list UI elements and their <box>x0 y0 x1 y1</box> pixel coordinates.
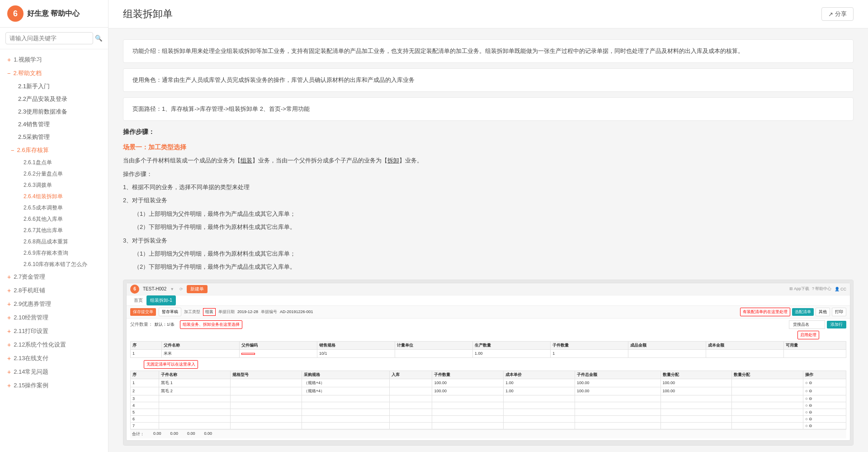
path-text: 页面路径：1、库存核算->库存管理->组装拆卸单 2、首页->常用功能 <box>132 105 310 112</box>
sim-other-btn[interactable]: 其他 <box>816 308 830 316</box>
sidebar-item-2-6-5[interactable]: 2.6.5成本调整单 <box>16 202 108 214</box>
sim-draft-btn[interactable]: 暂存草稿 <box>159 308 181 316</box>
sim-lth-ops: 操作 <box>803 371 846 379</box>
sidebar-item-2-6-8[interactable]: 2.6.8商品成本重算 <box>16 236 108 247</box>
search-box: 🔍 <box>0 28 108 49</box>
sim-print-btn[interactable]: 打印 <box>832 308 846 316</box>
step2-sub1: （1）上部明细为父件明细，最终作为产成品生成其它入库单； <box>134 209 854 219</box>
sim-add-row-btn[interactable]: 添加行 <box>827 321 846 328</box>
sim-lower-row4: 4○ ⊖ <box>131 402 846 409</box>
sidebar-item-2-1[interactable]: 2.1新手入门 <box>11 80 108 93</box>
sim-tab-home[interactable]: 首页 <box>130 295 146 305</box>
sidebar-item-2-6-1[interactable]: 2.6.1盘点单 <box>16 157 108 168</box>
intro-block: 功能介绍：组装拆卸单用来处理企业组装或拆卸等加工业务，支持有固定装配清单的产品加… <box>123 39 854 63</box>
sim-bom-search[interactable]: 货搜品名 <box>789 320 825 329</box>
sidebar-item-2-14[interactable]: + 2.14常见问题 <box>0 365 108 379</box>
sim-no-value: AD-20191226-001 <box>280 309 313 314</box>
sidebar-item-2-3[interactable]: 2.3使用前数据准备 <box>11 105 108 118</box>
sim-annotation3: 启用处理 <box>797 331 819 339</box>
share-button[interactable]: ↗ 分享 <box>821 7 854 21</box>
sim-num-label: 父件数量： <box>130 321 153 328</box>
sidebar-item-2-6[interactable]: − 2.6库存核算 <box>11 143 108 157</box>
sidebar-item-label: 2.13在线支付 <box>14 354 48 362</box>
sidebar-item-2-7[interactable]: + 2.7资金管理 <box>0 270 108 284</box>
sidebar-item-docs[interactable]: − 2.帮助文档 <box>0 67 108 80</box>
step3: 3、对于拆装业务 <box>123 235 854 246</box>
step2-sub2: （2）下部明细为子件明细，最终作为原材料生成其它出库单。 <box>134 222 854 232</box>
step3-sub1: （1）上部明细为父件明细，最终作为原材料生成其它出库单； <box>134 248 854 259</box>
sidebar-item-2-13[interactable]: + 2.13在线支付 <box>0 352 108 365</box>
sidebar-item-label: 2.8手机旺铺 <box>14 286 45 295</box>
search-input[interactable] <box>5 32 93 44</box>
sidebar-item-2-11[interactable]: + 2.11打印设置 <box>0 324 108 338</box>
sidebar-item-2-6-7[interactable]: 2.6.7其他出库单 <box>16 225 108 236</box>
expand-icon: + <box>7 287 11 294</box>
sim-select-bom-btn[interactable]: 选配清单 <box>792 308 814 316</box>
2-6-sub-items: 2.6.1盘点单 2.6.2分量盘点单 2.6.3调拨单 2.6.4组装拆卸单 … <box>11 157 108 270</box>
share-label: 分享 <box>835 10 847 18</box>
sim-logo: 6 <box>130 285 139 294</box>
scene1-heading: 场景一：加工类型选择 <box>123 143 854 152</box>
sim-tab-active[interactable]: 组装拆卸-1 <box>146 295 176 305</box>
steps-heading: 操作步骤： <box>123 128 854 136</box>
sim-save-btn[interactable]: 保存提交单 <box>130 308 156 316</box>
sim-new-order-btn[interactable]: 新建单 <box>187 285 208 293</box>
sidebar-item-2-6-6[interactable]: 2.6.6其他入库单 <box>16 214 108 225</box>
sidebar-item-2-2[interactable]: 2.2产品安装及登录 <box>11 93 108 105</box>
intro-text: 功能介绍：组装拆卸单用来处理企业组装或拆卸等加工业务，支持有固定装配清单的产品加… <box>132 48 744 54</box>
sim-th-parent-code: 父件编码 <box>239 341 317 349</box>
expand-icon: + <box>7 314 11 321</box>
steps-heading2: 操作步骤： <box>123 169 854 179</box>
sidebar-item-2-9[interactable]: + 2.9优惠券管理 <box>0 297 108 311</box>
expand-icon: + <box>7 273 11 281</box>
sim-lower-table: 序 子件名称 规格型号 采购规格 入库 子件数量 成本单价 子件总金额 数量分配 <box>130 371 846 429</box>
sidebar-item-2-5[interactable]: 2.5采购管理 <box>11 131 108 143</box>
sim-lth-total-amt: 子件总金额 <box>575 371 660 379</box>
sim-lth-spec: 规格型号 <box>230 371 302 379</box>
sidebar-item-2-8[interactable]: + 2.8手机旺铺 <box>0 284 108 297</box>
sim-lower-row1: 1 黑毛 1 （规格+4） 100.00 1.00 100.00 100.00 <box>131 379 846 387</box>
sidebar-item-2-6-3[interactable]: 2.6.3调拨单 <box>16 180 108 191</box>
expand-icon: + <box>7 328 11 335</box>
collapse-icon: − <box>7 70 11 77</box>
sim-date-value: 2019-12-28 <box>237 309 258 314</box>
expand-icon: + <box>7 56 11 63</box>
sim-td-unit <box>395 349 473 357</box>
sim-field-type-label: 加工类型 <box>184 309 200 315</box>
page-title: 组装拆卸单 <box>123 7 173 21</box>
sidebar-item-video[interactable]: + 1.视频学习 <box>0 53 108 67</box>
sidebar-item-label: 2.帮助文档 <box>14 69 42 77</box>
sim-help-icon: ? 帮助中心 <box>812 286 832 292</box>
expand-icon: + <box>7 368 11 376</box>
sim-td-subqty: 1 <box>551 349 628 357</box>
sidebar-item-2-6-2[interactable]: 2.6.2分量盘点单 <box>16 168 108 180</box>
path-block: 页面路径：1、库存核算->库存管理->组装拆卸单 2、首页->常用功能 <box>123 97 854 121</box>
sim-annotation4: 无固定清单可以在这里录入 <box>144 360 198 369</box>
brand-name: 好生意 帮助中心 <box>27 9 80 19</box>
sim-lower-row2: 2 黑毛 2 （规格+4） 100.00 1.00 100.00 100.00 <box>131 387 846 395</box>
sim-total-label: 合计： <box>132 431 144 437</box>
sim-th-product-amt: 成品金额 <box>628 341 706 349</box>
content-area: 功能介绍：组装拆卸单用来处理企业组装或拆卸等加工业务，支持有固定装配清单的产品加… <box>108 29 868 452</box>
screenshot: 6 TEST-H002 ▼ ⟳ 新建单 ⊞ App下载 ? 帮助中心 👤 CC <box>123 280 853 445</box>
search-button[interactable]: 🔍 <box>95 35 103 42</box>
sim-annotation2: 组装业务、拆卸业务在这里选择 <box>180 320 242 329</box>
sidebar-item-2-10[interactable]: + 2.10经营管理 <box>0 311 108 324</box>
sidebar-item-label: 2.10经营管理 <box>14 314 48 322</box>
sidebar-item-2-6-4[interactable]: 2.6.4组装拆卸单 <box>16 191 108 202</box>
sim-td-name: 米米 <box>161 349 239 357</box>
step3-subs: （1）上部明细为父件明细，最终作为原材料生成其它出库单； （2）下部明细为子件明… <box>123 248 854 272</box>
sidebar-item-2-15[interactable]: + 2.15操作案例 <box>0 379 108 392</box>
sidebar-nav: + 1.视频学习 − 2.帮助文档 2.1新手入门 2.2产品安装及登录 2.3… <box>0 49 108 452</box>
sidebar-item-2-6-10[interactable]: 2.6.10库存账本错了怎么办 <box>16 259 108 270</box>
sim-th-qty: 生产数量 <box>473 341 551 349</box>
sidebar-item-2-4[interactable]: 2.4销售管理 <box>11 118 108 131</box>
scene1-desc: 当由多个子件材料组装成一个成品的业务为【组装】业务，当由一个父件拆分成多个子产品… <box>123 155 854 166</box>
sidebar-item-2-6-9[interactable]: 2.6.9库存账本查询 <box>16 247 108 259</box>
sidebar-item-label: 2.11打印设置 <box>14 327 48 335</box>
sim-upper-table: 序 父件名称 父件编码 销售规格 计量单位 生产数量 子件数量 成品金额 成本金… <box>130 341 846 358</box>
sim-td-spec: 10/1 <box>317 349 395 357</box>
sim-num-value: 默认：1/条 <box>155 322 175 328</box>
sidebar-item-2-12[interactable]: + 2.12系统个性化设置 <box>0 338 108 352</box>
sim-th-avail: 可用量 <box>784 341 846 349</box>
